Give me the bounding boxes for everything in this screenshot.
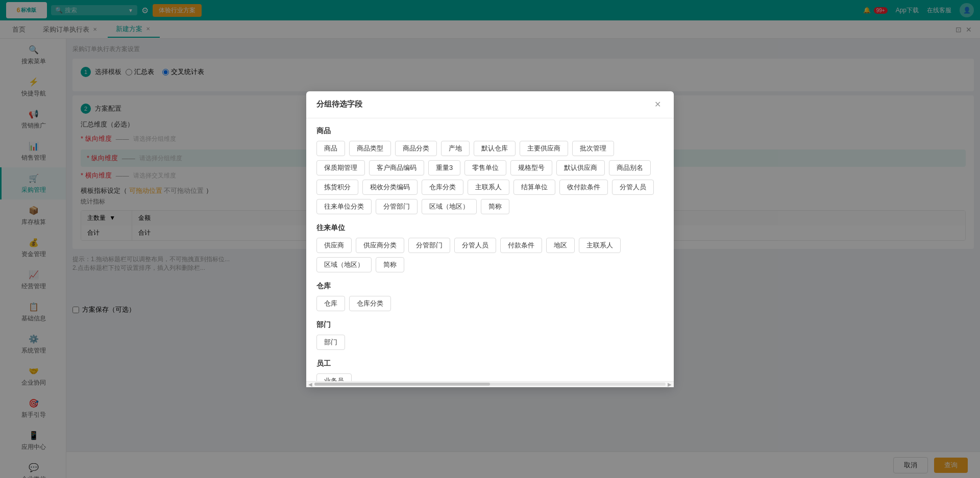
field-tag-goods-type[interactable]: 商品类型: [349, 141, 391, 156]
section-department-title: 部门: [316, 320, 664, 330]
field-tag-payment-terms[interactable]: 收付款条件: [559, 180, 608, 195]
section-partner-tags: 供应商 供应商分类 分管部门 分管人员 付款条件 地区 主联系人 区域（地区） …: [316, 238, 664, 272]
section-goods-title: 商品: [316, 127, 664, 136]
field-tag-goods-category[interactable]: 商品分类: [395, 141, 437, 156]
field-tag-area[interactable]: 地区: [546, 238, 575, 253]
field-selection-modal: 分组待选字段 ✕ 商品 商品 商品类型 商品分类 产地 默认仓库 主要供应商 批…: [306, 91, 674, 387]
section-warehouse-tags: 仓库 仓库分类: [316, 296, 664, 311]
field-tag-pick-points[interactable]: 拣货积分: [316, 180, 358, 195]
field-tag-region[interactable]: 区域（地区）: [422, 199, 477, 214]
field-tag-department[interactable]: 部门: [316, 335, 345, 350]
field-tag-partner-person[interactable]: 分管人员: [454, 238, 496, 253]
field-tag-main-contact[interactable]: 主联系人: [468, 180, 509, 195]
field-tag-default-supplier[interactable]: 默认供应商: [556, 160, 605, 175]
field-tag-customer-code[interactable]: 客户商品编码: [369, 160, 424, 175]
field-tag-warehouse-category[interactable]: 仓库分类: [349, 296, 391, 311]
scroll-left-arrow[interactable]: ◀: [308, 382, 312, 387]
field-tag-supervisor[interactable]: 分管人员: [612, 180, 654, 195]
field-tag-warehouse[interactable]: 仓库: [316, 296, 345, 311]
modal-title: 分组待选字段: [316, 99, 362, 109]
field-tag-default-warehouse[interactable]: 默认仓库: [474, 141, 516, 156]
field-tag-retail-unit[interactable]: 零售单位: [464, 160, 506, 175]
field-tag-supplier-cat[interactable]: 供应商分类: [356, 238, 404, 253]
section-goods: 商品 商品 商品类型 商品分类 产地 默认仓库 主要供应商 批次管理 保质期管理…: [316, 127, 664, 214]
modal-close-icon[interactable]: ✕: [651, 98, 664, 111]
field-tag-partner-dept[interactable]: 分管部门: [408, 238, 450, 253]
field-tag-tax-code[interactable]: 税收分类编码: [362, 180, 418, 195]
field-tag-payment-cond[interactable]: 付款条件: [500, 238, 542, 253]
field-tag-short-name-2[interactable]: 简称: [376, 257, 404, 272]
field-tag-dept[interactable]: 分管部门: [376, 199, 418, 214]
field-tag-short-name[interactable]: 简称: [481, 199, 509, 214]
field-tag-region-2[interactable]: 区域（地区）: [316, 257, 372, 272]
field-tag-partner-cat[interactable]: 往来单位分类: [316, 199, 372, 214]
field-tag-spec-model[interactable]: 规格型号: [510, 160, 552, 175]
section-employee-tags: 业务员: [316, 373, 664, 381]
section-partner-title: 往来单位: [316, 223, 664, 233]
modal-scrollbar-area: ◀ ▶: [306, 381, 674, 387]
section-employee: 员工 业务员: [316, 359, 664, 381]
field-tag-settlement-unit[interactable]: 结算单位: [513, 180, 555, 195]
scroll-right-arrow[interactable]: ▶: [668, 382, 672, 387]
section-warehouse-title: 仓库: [316, 282, 664, 291]
section-employee-title: 员工: [316, 359, 664, 368]
section-department: 部门 部门: [316, 320, 664, 350]
horizontal-scrollbar[interactable]: [314, 383, 666, 386]
field-tag-goods-alias[interactable]: 商品别名: [609, 160, 651, 175]
field-tag-supplier[interactable]: 供应商: [316, 238, 352, 253]
field-tag-shelf-life[interactable]: 保质期管理: [316, 160, 365, 175]
modal-header: 分组待选字段 ✕: [306, 91, 674, 118]
modal-body: 商品 商品 商品类型 商品分类 产地 默认仓库 主要供应商 批次管理 保质期管理…: [306, 118, 674, 381]
field-tag-salesperson[interactable]: 业务员: [316, 373, 352, 381]
field-tag-weight3[interactable]: 重量3: [428, 160, 460, 175]
modal-overlay: 分组待选字段 ✕ 商品 商品 商品类型 商品分类 产地 默认仓库 主要供应商 批…: [0, 0, 980, 478]
scrollbar-thumb: [314, 383, 490, 386]
field-tag-main-contact-2[interactable]: 主联系人: [579, 238, 621, 253]
field-tag-goods[interactable]: 商品: [316, 141, 345, 156]
field-tag-batch-mgmt[interactable]: 批次管理: [572, 141, 614, 156]
section-warehouse: 仓库 仓库 仓库分类: [316, 282, 664, 311]
field-tag-warehouse-cat[interactable]: 仓库分类: [422, 180, 463, 195]
field-tag-origin[interactable]: 产地: [441, 141, 470, 156]
field-tag-main-supplier[interactable]: 主要供应商: [520, 141, 568, 156]
section-partner: 往来单位 供应商 供应商分类 分管部门 分管人员 付款条件 地区 主联系人 区域…: [316, 223, 664, 272]
section-goods-tags: 商品 商品类型 商品分类 产地 默认仓库 主要供应商 批次管理 保质期管理 客户…: [316, 141, 664, 214]
section-department-tags: 部门: [316, 335, 664, 350]
